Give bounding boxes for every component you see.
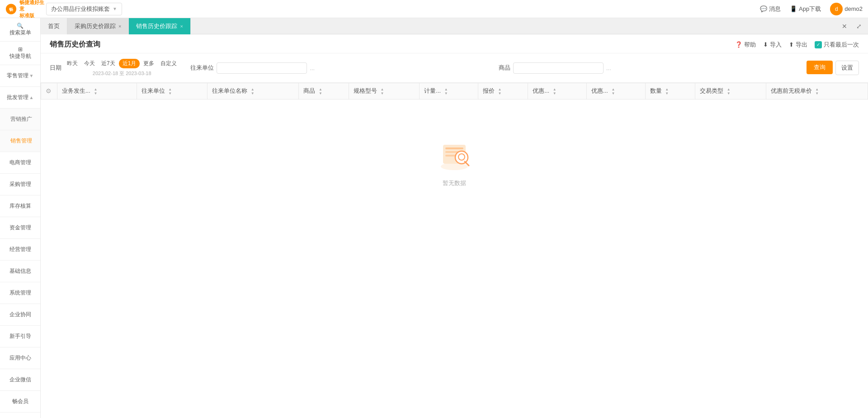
close-all-tabs-btn[interactable]: ✕ xyxy=(839,21,850,32)
logo-area: 畅 畅捷通好生意标准版 xyxy=(5,0,46,19)
sidebar-item-retail-mgmt[interactable]: 零售管理 ▼ xyxy=(0,65,40,87)
logo-icon: 畅 xyxy=(5,3,17,15)
help-btn[interactable]: ❓ 帮助 xyxy=(735,41,756,49)
sidebar-item-app-center[interactable]: 应用中心 xyxy=(0,347,40,369)
user-btn[interactable]: d demo2 xyxy=(830,3,863,15)
col-quote[interactable]: 报价 ▲▼ xyxy=(478,83,528,100)
sidebar-item-new-user-guide[interactable]: 新手引导 xyxy=(0,326,40,347)
date-btn-1month[interactable]: 近1月 xyxy=(119,59,140,68)
col-product[interactable]: 商品 ▲▼ xyxy=(299,83,349,100)
table-head: ⚙ 业务发生... ▲▼ 往来单位 ▲▼ 往来单位名称 xyxy=(41,83,868,100)
partner-filter-group: 往来单位 ... xyxy=(190,62,487,74)
sidebar-item-purchase-mgmt[interactable]: 采购管理 xyxy=(0,174,40,195)
date-btn-more[interactable]: 更多 xyxy=(141,59,157,68)
col-unit[interactable]: 计量... ▲▼ xyxy=(420,83,478,100)
date-btn-7days[interactable]: 近7天 xyxy=(99,59,118,68)
partner-filter-label: 往来单位 xyxy=(190,64,214,72)
only-last-checkbox[interactable]: ✓ 只看最后一次 xyxy=(815,41,859,49)
sales-history-tab-label: 销售历史价跟踪 xyxy=(136,22,177,30)
message-btn[interactable]: 💬 消息 xyxy=(760,5,781,13)
sort-arrows-quantity: ▲▼ xyxy=(665,87,669,95)
page-content: 销售历史价查询 ❓ 帮助 ⬇ 导入 ⬆ 导出 ✓ xyxy=(41,34,868,418)
chevron-up-icon: ▲ xyxy=(29,95,34,100)
sidebar-item-ecommerce-mgmt[interactable]: 电商管理 xyxy=(0,152,40,174)
sort-arrows-trade-type: ▲▼ xyxy=(727,87,731,95)
sidebar-item-system-settings[interactable]: 系统管理 xyxy=(0,282,40,304)
sidebar-item-marketing-promo[interactable]: 营销推广 xyxy=(0,109,40,130)
home-tab-label: 首页 xyxy=(48,22,60,30)
sidebar-item-inventory-check[interactable]: 库存核算 xyxy=(0,195,40,217)
svg-rect-4 xyxy=(445,147,463,149)
chevron-down-icon: ▼ xyxy=(113,6,117,11)
sort-arrows-biz-date: ▲▼ xyxy=(94,87,97,95)
col-biz-date[interactable]: 业务发生... ▲▼ xyxy=(57,83,137,100)
main-layout: 🔍 搜索菜单 ⊞ 快捷导航 零售管理 ▼ 批发管理 ▲ 营销推广 销售管理 电商… xyxy=(0,18,868,418)
partner-dots-btn[interactable]: ... xyxy=(310,65,315,71)
col-settings: ⚙ xyxy=(41,83,57,100)
sort-arrows-product: ▲▼ xyxy=(319,87,322,95)
svg-text:畅: 畅 xyxy=(9,7,13,11)
date-buttons: 昨天 今天 近7天 近1月 更多 自定义 xyxy=(64,59,179,68)
settings-button[interactable]: 设置 xyxy=(835,61,859,75)
date-filter-label: 日期 xyxy=(50,64,61,72)
empty-state: 暂无数据 xyxy=(41,100,868,223)
sidebar-item-wholesale-mgmt[interactable]: 批发管理 ▲ xyxy=(0,87,40,109)
empty-state-text: 暂无数据 xyxy=(443,179,466,187)
close-purchase-history-tab[interactable]: × xyxy=(118,24,121,29)
purchase-history-tab-label: 采购历史价跟踪 xyxy=(75,22,116,30)
product-filter-label: 商品 xyxy=(499,64,510,72)
sidebar-item-finance-mgmt[interactable]: 资金管理 xyxy=(0,217,40,239)
tab-sales-history[interactable]: 销售历史价跟踪 × xyxy=(129,18,190,34)
app-selector[interactable]: 办公用品行业模拟账套 ▼ xyxy=(46,3,122,15)
expand-btn[interactable]: ⤢ xyxy=(854,21,864,32)
col-partner-code[interactable]: 往来单位 ▲▼ xyxy=(137,83,207,100)
date-filter-group: 日期 昨天 今天 近7天 近1月 更多 自定义 2023-02-18 至 202… xyxy=(50,59,179,77)
sort-arrows-spec: ▲▼ xyxy=(380,87,384,95)
product-input[interactable] xyxy=(513,62,604,74)
page-header-actions: ❓ 帮助 ⬇ 导入 ⬆ 导出 ✓ 只看最后一次 xyxy=(735,41,859,49)
app-selector-label: 办公用品行业模拟账套 xyxy=(51,5,110,13)
sort-arrows-partner-code: ▲▼ xyxy=(168,87,172,95)
date-btn-custom[interactable]: 自定义 xyxy=(158,59,179,68)
tab-purchase-history[interactable]: 采购历史价跟踪 × xyxy=(67,18,129,34)
sort-arrows-pretax-price: ▲▼ xyxy=(815,87,819,95)
sidebar-item-sales-mgmt[interactable]: 销售管理 xyxy=(0,130,40,152)
sidebar-item-member[interactable]: 畅会员 xyxy=(0,391,40,413)
date-btn-yesterday[interactable]: 昨天 xyxy=(64,59,80,68)
app-download-btn[interactable]: 📱 App下载 xyxy=(790,5,821,13)
sidebar-item-enterprise-wechat[interactable]: 企业微信 xyxy=(0,369,40,391)
search-icon: 🔍 xyxy=(17,23,24,29)
date-btn-today[interactable]: 今天 xyxy=(81,59,98,68)
export-icon: ⬆ xyxy=(789,41,794,48)
filter-actions: 查询 设置 xyxy=(807,61,859,75)
download-icon: 📱 xyxy=(790,5,797,12)
sidebar-item-enterprise-collab[interactable]: 企业协同 xyxy=(0,304,40,326)
query-button[interactable]: 查询 xyxy=(807,61,833,74)
tab-home[interactable]: 首页 xyxy=(41,18,67,34)
col-pretax-price[interactable]: 优惠前无税单价 ▲▼ xyxy=(766,83,868,100)
col-quantity[interactable]: 数量 ▲▼ xyxy=(645,83,695,100)
import-btn[interactable]: ⬇ 导入 xyxy=(763,41,782,49)
sort-arrows-quote: ▲▼ xyxy=(498,87,502,95)
page-title: 销售历史价查询 xyxy=(50,40,100,49)
sort-arrows-unit: ▲▼ xyxy=(444,87,448,95)
col-discount2[interactable]: 优惠... ▲▼ xyxy=(587,83,646,100)
col-discount1[interactable]: 优惠... ▲▼ xyxy=(528,83,587,100)
sidebar-item-basic-info[interactable]: 基础信息 xyxy=(0,261,40,282)
gear-icon[interactable]: ⚙ xyxy=(46,87,52,95)
close-sales-history-tab[interactable]: × xyxy=(180,24,183,29)
col-spec[interactable]: 规格型号 ▲▼ xyxy=(349,83,419,100)
partner-input[interactable] xyxy=(217,62,307,74)
avatar: d xyxy=(830,3,843,15)
col-trade-type[interactable]: 交易类型 ▲▼ xyxy=(695,83,766,100)
sidebar-item-ops-mgmt[interactable]: 经营管理 xyxy=(0,239,40,261)
logo-text: 畅捷通好生意标准版 xyxy=(19,0,46,19)
empty-state-icon xyxy=(436,136,472,172)
col-partner-name[interactable]: 往来单位名称 ▲▼ xyxy=(208,83,299,100)
tab-bar-actions: ✕ ⤢ xyxy=(835,21,868,32)
sidebar-item-quick-nav[interactable]: ⊞ 快捷导航 xyxy=(0,42,40,65)
product-dots-btn[interactable]: ... xyxy=(606,65,611,71)
header-right: 💬 消息 📱 App下载 d demo2 xyxy=(760,3,863,15)
export-btn[interactable]: ⬆ 导出 xyxy=(789,41,807,49)
sidebar-item-search-menu[interactable]: 🔍 搜索菜单 xyxy=(0,18,40,42)
